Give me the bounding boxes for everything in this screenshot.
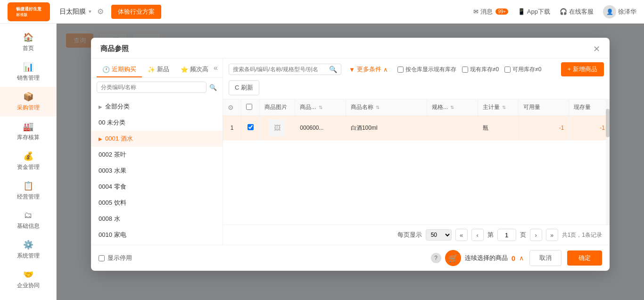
- show-disabled-checkbox[interactable]: 显示停用: [99, 254, 132, 262]
- store-dropdown-icon: ▾: [89, 8, 91, 15]
- col-header-image: 商品图片: [259, 100, 295, 116]
- prev-page-btn[interactable]: ‹: [471, 229, 484, 241]
- product-available: -1: [559, 125, 564, 131]
- checkbox-warehouse[interactable]: 按仓库显示现有库存: [397, 66, 456, 74]
- online-service-btn[interactable]: 🎧 在线客服: [560, 8, 594, 16]
- sort-name-icon: ⇅: [376, 105, 380, 110]
- sidebar-label-system: 系统管理: [17, 252, 40, 260]
- checkbox-available-input[interactable]: [504, 67, 511, 73]
- col-header-name[interactable]: 商品名称 ⇅: [346, 100, 427, 116]
- category-label-0004: 0004 零食: [99, 183, 126, 191]
- col-header-code[interactable]: 商品... ⇅: [295, 100, 346, 116]
- settings-icon[interactable]: ⚙: [97, 7, 104, 16]
- modal-close-button[interactable]: ✕: [593, 45, 600, 53]
- last-page-btn[interactable]: »: [546, 229, 558, 241]
- category-search-icon[interactable]: 🔍: [209, 84, 217, 91]
- table-header-row: ⚙ 商品图片: [223, 100, 610, 116]
- category-arrow-all: ▶: [99, 104, 102, 109]
- col-header-spec[interactable]: 规格... ⇅: [427, 100, 478, 116]
- sidebar-item-enterprise[interactable]: 🤝 企业协同: [0, 265, 56, 294]
- category-label-all: 全部分类: [105, 102, 130, 111]
- main-layout: 🏠 首页 📊 销售管理 📦 采购管理 🏭 库存核算 💰 资金管理 📋 经营管理 …: [0, 24, 644, 300]
- help-icon[interactable]: ?: [431, 253, 441, 263]
- category-0002[interactable]: 0002 茶叶: [91, 147, 223, 163]
- modal-title: 商品参照: [100, 44, 129, 53]
- tab-frequent[interactable]: ⭐ 频次高: [175, 62, 214, 77]
- confirm-button[interactable]: 确定: [567, 250, 602, 266]
- category-0010[interactable]: 0010 家电: [91, 227, 223, 243]
- messages-btn[interactable]: ✉ 消息 99+: [473, 8, 508, 16]
- tab-recent-label: 近期购买: [112, 65, 136, 74]
- sidebar-item-home[interactable]: 🏠 首页: [0, 27, 56, 57]
- sidebar-item-guide[interactable]: 📖 新手引导: [0, 294, 56, 300]
- row-checkbox[interactable]: [248, 124, 254, 130]
- category-0003[interactable]: 0003 水果: [91, 163, 223, 179]
- next-page-btn[interactable]: ›: [530, 229, 542, 241]
- col-header-unit[interactable]: 主计量 ⇅: [478, 100, 518, 116]
- sidebar-label-finance: 资金管理: [17, 163, 40, 171]
- collapse-icon[interactable]: «: [214, 64, 218, 72]
- product-stock: -1: [600, 125, 605, 131]
- checkbox-available-nonzero[interactable]: 可用库存≠0: [504, 66, 541, 74]
- checkbox-available-label: 可用库存≠0: [512, 66, 541, 74]
- first-page-btn[interactable]: «: [455, 229, 468, 241]
- category-0001[interactable]: ▶ 0001 酒水: [91, 131, 223, 147]
- search-icon[interactable]: 🔍: [329, 66, 337, 73]
- cancel-button[interactable]: 取消: [529, 250, 561, 266]
- avatar: 👤: [603, 5, 616, 18]
- sidebar-item-sales[interactable]: 📊 销售管理: [0, 57, 56, 87]
- app-download-label: App下载: [527, 8, 550, 16]
- cart-up-icon[interactable]: ∧: [519, 254, 524, 262]
- filter-arrow-icon: ∧: [383, 66, 388, 73]
- sidebar-item-purchase[interactable]: 📦 采购管理: [0, 87, 56, 117]
- page-size-select[interactable]: 10 20 50 100: [426, 229, 452, 241]
- category-0005[interactable]: 0005 饮料: [91, 195, 223, 211]
- sidebar-item-inventory[interactable]: 🏭 库存核算: [0, 117, 56, 146]
- category-uncategorized[interactable]: 00 未分类: [91, 115, 223, 131]
- col-name-label: 商品名称: [351, 104, 373, 110]
- tab-new-products[interactable]: ✨ 新品: [142, 62, 175, 77]
- scrollbar[interactable]: [606, 100, 610, 225]
- experience-button[interactable]: 体验行业方案: [111, 5, 161, 19]
- sidebar-item-basic-info[interactable]: 🗂 基础信息: [0, 206, 56, 235]
- checkbox-warehouse-input[interactable]: [397, 67, 404, 73]
- show-disabled-input[interactable]: [99, 255, 105, 261]
- checkbox-stock-input[interactable]: [462, 67, 468, 73]
- cart-icon[interactable]: 🛒: [445, 250, 461, 266]
- sidebar-item-operations[interactable]: 📋 经营管理: [0, 176, 56, 206]
- sort-unit-icon: ⇅: [502, 105, 506, 110]
- column-settings-icon[interactable]: ⚙: [228, 104, 234, 111]
- sidebar-label-operations: 经营管理: [17, 193, 40, 201]
- checkbox-stock-nonzero[interactable]: 现有库存≠0: [462, 66, 499, 74]
- cell-unit: 瓶: [478, 116, 518, 141]
- modal-body: 🕐 近期购买 ✨ 新品 ⭐ 频次高 «: [91, 58, 610, 245]
- product-search-input[interactable]: [233, 66, 327, 73]
- category-0004[interactable]: 0004 零食: [91, 179, 223, 195]
- category-search-input[interactable]: [97, 82, 206, 93]
- app-name: 畅捷通好生意: [16, 6, 41, 12]
- add-product-button[interactable]: + 新增商品: [561, 62, 604, 76]
- sidebar-item-finance[interactable]: 💰 资金管理: [0, 146, 56, 176]
- refresh-button[interactable]: C 刷新: [229, 80, 259, 95]
- modal-footer: 显示停用 ? 🛒 连续选择的商品 0 ∧ 取消 确定: [91, 245, 610, 271]
- category-0008[interactable]: 0008 水: [91, 211, 223, 227]
- table-row[interactable]: 1 🖼: [223, 116, 610, 141]
- product-unit: 瓶: [483, 125, 488, 131]
- tab-recent-purchase[interactable]: 🕐 近期购买: [97, 62, 142, 77]
- user-profile[interactable]: 👤 徐泽华: [603, 5, 636, 18]
- cell-check: [241, 116, 260, 141]
- app-download-btn[interactable]: 📱 App下载: [518, 8, 550, 16]
- category-all[interactable]: ▶ 全部分类: [91, 99, 223, 115]
- page-number-input[interactable]: [497, 229, 516, 241]
- product-code: 000600...: [300, 125, 323, 131]
- cart-area: ? 🛒 连续选择的商品 0 ∧: [431, 250, 524, 266]
- operations-icon: 📋: [23, 181, 33, 191]
- store-selector[interactable]: 日太阳膜 ▾: [59, 8, 91, 16]
- messages-label: 消息: [480, 8, 493, 16]
- modal-overlay: 商品参照 ✕ 🕐 近期购买 ✨: [57, 24, 644, 300]
- filter-button[interactable]: ▼ 更多条件 ∧: [345, 63, 392, 75]
- sidebar-item-system[interactable]: ⚙️ 系统管理: [0, 235, 56, 265]
- enterprise-icon: 🤝: [23, 269, 33, 280]
- select-all-checkbox[interactable]: [246, 104, 252, 110]
- basic-info-icon: 🗂: [24, 210, 33, 220]
